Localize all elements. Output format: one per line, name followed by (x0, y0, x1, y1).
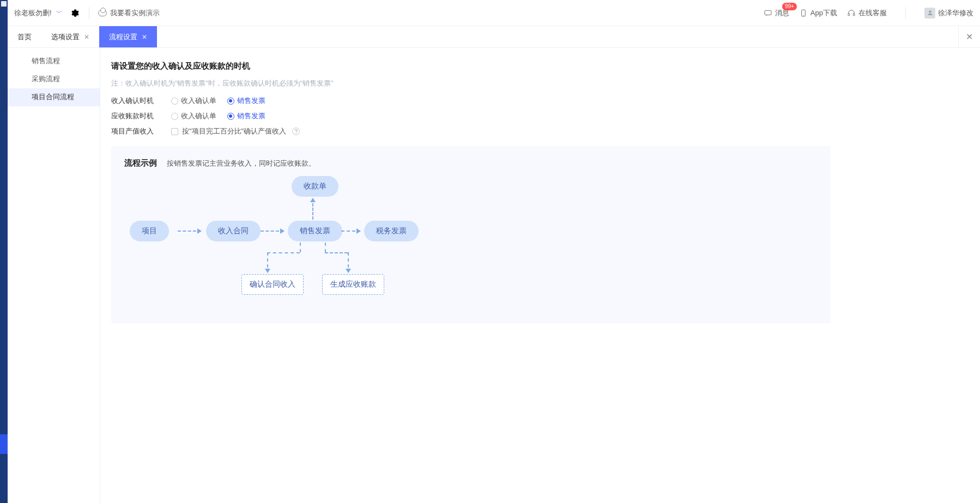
connector-line (325, 243, 326, 252)
radio-icon (171, 113, 178, 120)
arrow-icon (341, 231, 361, 232)
svg-rect-4 (848, 13, 850, 15)
messages-button[interactable]: 消息 99+ (764, 8, 789, 18)
demo-link[interactable]: 我要看实例演示 (98, 8, 160, 18)
tab-options-label: 选项设置 (51, 32, 80, 42)
node-tax-invoice: 税务发票 (364, 221, 419, 241)
flow-example-header: 流程示例 按销售发票记主营业务收入，同时记应收账款。 (124, 158, 818, 168)
tab-options[interactable]: 选项设置 ✕ (41, 26, 99, 47)
sidenav-purchase-flow[interactable]: 采购流程 (8, 70, 100, 88)
node-income-contract: 收入合同 (206, 221, 261, 241)
close-icon[interactable]: ✕ (84, 33, 89, 41)
divider (89, 7, 89, 19)
user-menu[interactable]: 徐泽华修改 (924, 8, 973, 19)
flow-diagram: 项目 收入合同 销售发票 税务发票 收款单 确认合同收入 生成应收账款 (124, 176, 818, 307)
arrow-up-icon (312, 198, 313, 220)
headset-icon (847, 9, 856, 17)
arrow-down-icon (267, 252, 268, 273)
checkbox-icon (171, 128, 178, 135)
radio-label: 收入确认单 (181, 111, 216, 121)
cloud-icon (98, 10, 107, 16)
node-receipt: 收款单 (292, 176, 338, 197)
top-bar: 徐老板勿删! ﹀ 我要看实例演示 消息 99+ App下载 在线客服 (8, 0, 980, 26)
support-button[interactable]: 在线客服 (847, 8, 887, 18)
gear-icon[interactable] (70, 8, 80, 18)
sidenav-project-contract-flow[interactable]: 项目合同流程 (8, 88, 100, 106)
flow-example-desc: 按销售发票记主营业务收入，同时记应收账款。 (167, 159, 316, 168)
arrow-icon (178, 231, 202, 232)
row-label: 收入确认时机 (111, 96, 160, 106)
row-project-output-income: 项目产值收入 按"项目完工百分比"确认产值收入 ? (111, 126, 969, 136)
connector-line (300, 243, 301, 252)
sidenav-sales-flow[interactable]: 销售流程 (8, 52, 100, 70)
radio-ar-sales-invoice[interactable]: 销售发票 (227, 111, 265, 121)
leaf-confirm-contract-income: 确认合同收入 (241, 274, 304, 295)
row-income-confirm-timing: 收入确认时机 收入确认单 销售发票 (111, 96, 969, 106)
app-download-button[interactable]: App下载 (799, 8, 837, 18)
radio-ar-confirm-order[interactable]: 收入确认单 (171, 111, 216, 121)
tab-bar: 首页 选项设置 ✕ 流程设置 ✕ ✕ (8, 26, 980, 48)
arrow-icon (261, 231, 285, 232)
radio-icon (227, 113, 234, 120)
checkbox-label: 按"项目完工百分比"确认产值收入 (182, 126, 286, 136)
row-label: 项目产值收入 (111, 126, 160, 136)
close-icon[interactable]: ✕ (142, 33, 147, 41)
radio-income-sales-invoice[interactable]: 销售发票 (227, 96, 265, 106)
tab-flow-settings[interactable]: 流程设置 ✕ (99, 26, 157, 47)
messages-badge: 99+ (782, 3, 797, 10)
help-icon[interactable]: ? (292, 128, 300, 135)
workspace-name: 徐老板勿删! (14, 8, 52, 18)
node-project: 项目 (130, 221, 169, 241)
demo-link-label: 我要看实例演示 (110, 8, 160, 18)
radio-label: 销售发票 (237, 96, 265, 106)
radio-label: 销售发票 (237, 111, 265, 121)
tab-home-label: 首页 (17, 32, 32, 42)
row-label: 应收账款时机 (111, 111, 160, 121)
page-title: 请设置您的收入确认及应收账款的时机 (111, 61, 969, 71)
rail-active-indicator (0, 434, 8, 454)
app-logo-icon (1, 1, 7, 7)
divider (905, 7, 906, 19)
radio-income-confirm-order[interactable]: 收入确认单 (171, 96, 216, 106)
workspace-selector[interactable]: 徐老板勿删! ﹀ (14, 8, 63, 18)
radio-icon (227, 98, 234, 105)
node-sales-invoice: 销售发票 (288, 221, 342, 241)
top-bar-right: 消息 99+ App下载 在线客服 徐泽华修改 (764, 7, 973, 19)
flow-example-title: 流程示例 (124, 158, 157, 168)
chevron-down-icon: ﹀ (56, 8, 63, 17)
leaf-generate-ar: 生成应收账款 (322, 274, 384, 295)
radio-icon (171, 98, 178, 105)
checkbox-completion-percent[interactable]: 按"项目完工百分比"确认产值收入 ? (171, 126, 300, 136)
tab-home[interactable]: 首页 (8, 26, 41, 47)
flow-example-box: 流程示例 按销售发票记主营业务收入，同时记应收账款。 项目 收入合同 销售发票 … (111, 146, 831, 323)
svg-point-6 (929, 10, 931, 13)
side-nav: 销售流程 采购流程 项目合同流程 (8, 48, 100, 503)
svg-rect-1 (765, 10, 771, 15)
close-all-tabs-button[interactable]: ✕ (958, 26, 980, 47)
row-ar-timing: 应收账款时机 收入确认单 销售发票 (111, 111, 969, 121)
content-area: 请设置您的收入确认及应收账款的时机 注：收入确认时机为"销售发票"时，应收账款确… (100, 48, 980, 503)
app-left-rail (0, 0, 8, 503)
phone-icon (799, 9, 808, 17)
svg-rect-5 (853, 13, 855, 15)
support-label: 在线客服 (858, 8, 887, 18)
radio-label: 收入确认单 (181, 96, 216, 106)
message-icon (764, 9, 772, 17)
connector-line (267, 252, 300, 253)
app-download-label: App下载 (810, 8, 837, 18)
page-body: 销售流程 采购流程 项目合同流程 请设置您的收入确认及应收账款的时机 注：收入确… (8, 48, 980, 503)
arrow-down-icon (348, 252, 349, 273)
avatar-icon (924, 8, 935, 19)
username-label: 徐泽华修改 (938, 8, 973, 18)
page-note: 注：收入确认时机为"销售发票"时，应收账款确认时机必须为"销售发票" (111, 79, 969, 88)
tab-flow-label: 流程设置 (109, 32, 137, 42)
connector-line (325, 252, 348, 253)
